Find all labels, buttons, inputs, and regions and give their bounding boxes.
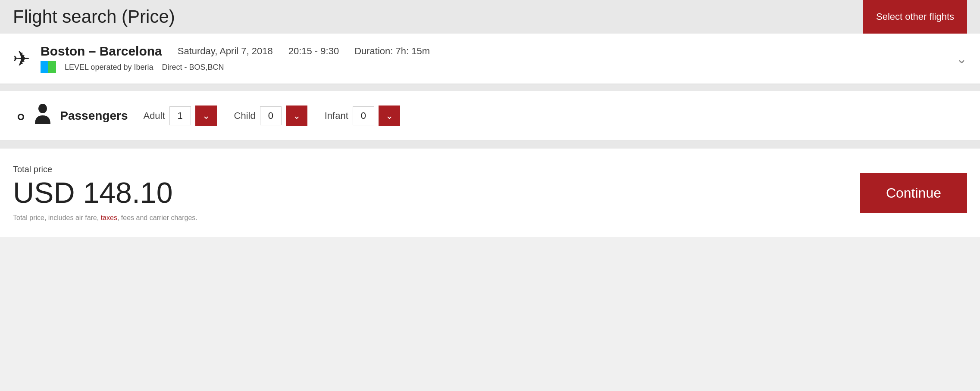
adult-dropdown-icon: ⌄ (202, 110, 210, 121)
adult-count: 1 (169, 106, 191, 125)
adult-dropdown-button[interactable]: ⌄ (195, 106, 217, 126)
person-icon: ⚬ (13, 103, 51, 128)
passengers-label: Passengers (60, 109, 128, 123)
taxes-link[interactable]: taxes (101, 214, 117, 221)
price-info: Total price USD 148.10 Total price, incl… (13, 164, 197, 222)
passengers-section: ⚬ Passengers Adult 1 ⌄ Child 0 ⌄ Infant … (0, 91, 980, 141)
select-other-flights-button[interactable]: Select other flights (863, 0, 967, 34)
page-title: Flight search (Price) (13, 6, 175, 27)
divider-1 (0, 84, 980, 91)
total-price-amount: USD 148.10 (13, 178, 197, 207)
adult-passenger-group: Adult 1 ⌄ (143, 106, 216, 126)
flight-details: Boston – Barcelona Saturday, April 7, 20… (41, 44, 430, 73)
price-note-after: , fees and carrier charges. (117, 214, 197, 221)
infant-passenger-group: Infant 0 ⌄ (325, 106, 400, 126)
airline-logo (41, 61, 56, 73)
child-label: Child (234, 110, 256, 121)
flight-expand-icon[interactable]: ⌄ (956, 51, 967, 66)
flight-route: Boston – Barcelona (41, 44, 162, 59)
child-dropdown-button[interactable]: ⌄ (286, 106, 307, 126)
price-note-before: Total price, includes air fare, (13, 214, 101, 221)
price-section: Total price USD 148.10 Total price, incl… (0, 149, 980, 237)
infant-label: Infant (325, 110, 348, 121)
child-dropdown-icon: ⌄ (293, 110, 301, 121)
passenger-silhouette-icon (34, 103, 51, 124)
flight-info-section: ✈ Boston – Barcelona Saturday, April 7, … (0, 34, 980, 84)
page-header: Flight search (Price) Select other fligh… (0, 0, 980, 34)
adult-label: Adult (143, 110, 165, 121)
flight-time: 20:15 - 9:30 (288, 46, 339, 57)
svg-point-0 (38, 104, 47, 113)
airline-name: LEVEL operated by Iberia (65, 63, 153, 72)
continue-button[interactable]: Continue (860, 173, 967, 213)
infant-count: 0 (353, 106, 374, 125)
infant-dropdown-icon: ⌄ (385, 110, 393, 121)
price-note: Total price, includes air fare, taxes, f… (13, 214, 197, 222)
flight-route-code: Direct - BOS,BCN (162, 63, 224, 72)
flight-date: Saturday, April 7, 2018 (178, 46, 273, 57)
divider-2 (0, 141, 980, 148)
infant-dropdown-button[interactable]: ⌄ (379, 106, 400, 126)
child-count: 0 (260, 106, 282, 125)
plane-icon: ✈ (13, 47, 30, 71)
total-price-label: Total price (13, 164, 197, 174)
child-passenger-group: Child 0 ⌄ (234, 106, 307, 126)
flight-duration: Duration: 7h: 15m (354, 46, 430, 57)
